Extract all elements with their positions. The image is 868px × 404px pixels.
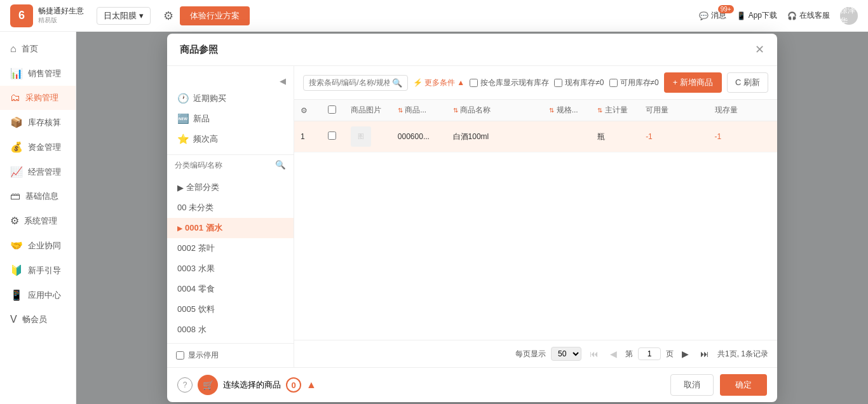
store-selector[interactable]: 日太阳膜 ▾ <box>97 7 151 25</box>
modal-title: 商品参照 <box>180 44 218 56</box>
left-panel: ◀ 🕐 近期购买 🆕 新品 ⭐ <box>167 66 294 367</box>
collapse-cart-button[interactable]: ▲ <box>306 379 316 391</box>
sidebar-item-system[interactable]: ⚙ 系统管理 <box>0 208 76 233</box>
table-container: ⚙ 商品图片 ⇅ 商品... <box>294 100 777 340</box>
cancel-button[interactable]: 取消 <box>670 374 714 396</box>
modal-footer: ? 🛒 连续选择的商品 0 ▲ 取消 确定 <box>167 367 777 402</box>
per-page-label: 每页显示 <box>515 349 546 360</box>
cell-index: 1 <box>294 121 322 152</box>
confirm-button[interactable]: 确定 <box>720 374 767 396</box>
sidebar-item-sales[interactable]: 📊 销售管理 <box>0 61 76 86</box>
new-icon: 🆕 <box>177 113 189 125</box>
chevron-up-icon: ▲ <box>457 78 465 87</box>
next-page-button[interactable]: ▶ <box>679 347 692 360</box>
first-page-button[interactable]: ⏮ <box>587 347 602 360</box>
try-industry-button[interactable]: 体验行业方案 <box>180 6 250 25</box>
cat-item-uncategorized[interactable]: 00 未分类 <box>167 198 294 218</box>
per-page-select[interactable]: 50 <box>551 347 581 361</box>
checkbox-show-by-warehouse[interactable]: 按仓库显示现有库存 <box>470 77 549 88</box>
page-number-input[interactable] <box>638 347 661 360</box>
col-spec[interactable]: ⇅ 规格... <box>543 100 591 121</box>
enterprise-icon: 🤝 <box>10 239 23 252</box>
checkbox-available-stock-ne0[interactable]: 可用库存≠0 <box>609 77 659 88</box>
filter-more-button[interactable]: ⚡ 更多条件 ▲ <box>413 77 465 88</box>
user-avatar[interactable]: 徐泽华 <box>840 7 858 25</box>
cart-icon: 🛒 <box>198 375 218 395</box>
refresh-button[interactable]: C 刷新 <box>727 72 768 93</box>
info-icon: 🗃 <box>10 191 20 202</box>
sidebar-item-home[interactable]: ⌂ 首页 <box>0 37 76 61</box>
col-name[interactable]: ⇅ 商品名称 <box>447 100 543 121</box>
chevron-down-icon: ▾ <box>139 11 144 20</box>
app-download-button[interactable]: 📱 App下载 <box>736 10 777 21</box>
system-icon: ⚙ <box>10 215 19 227</box>
product-table: ⚙ 商品图片 ⇅ 商品... <box>294 100 777 152</box>
sidebar-item-purchase[interactable]: 🗂 采购管理 <box>0 86 76 110</box>
cat-item-water[interactable]: 0008 水 <box>167 320 294 340</box>
page-label: 第 <box>625 349 633 360</box>
current-stock-checkbox[interactable] <box>554 79 562 87</box>
prev-page-button[interactable]: ◀ <box>607 347 620 360</box>
available-stock-checkbox[interactable] <box>609 79 618 87</box>
cat-item-fruit[interactable]: 0003 水果 <box>167 259 294 279</box>
modal-header: 商品参照 ✕ <box>167 34 777 66</box>
cat-item-snacks[interactable]: 0004 零食 <box>167 279 294 299</box>
sidebar-item-inventory[interactable]: 📦 库存核算 <box>0 110 76 135</box>
modal-body: ◀ 🕐 近期购买 🆕 新品 ⭐ <box>167 66 777 367</box>
col-unit[interactable]: ⇅ 主计量 <box>591 100 639 121</box>
pagination: 每页显示 50 ⏮ ◀ 第 页 ▶ ⏭ 共1页, 1条记录 <box>294 340 777 367</box>
message-icon: 💬 <box>699 11 709 20</box>
last-page-button[interactable]: ⏭ <box>697 347 712 360</box>
cell-unit: 瓶 <box>591 121 639 152</box>
cat-item-liquor[interactable]: ▶ 0001 酒水 <box>167 218 294 238</box>
filter-icon: ⚡ <box>413 78 423 87</box>
quick-access: ◀ 🕐 近期购买 🆕 新品 ⭐ <box>167 66 294 155</box>
product-reference-modal: 商品参照 ✕ ◀ 🕐 近期购买 <box>167 34 777 402</box>
sidebar-item-basic-info[interactable]: 🗃 基础信息 <box>0 184 76 208</box>
quick-new-product[interactable]: 🆕 新品 <box>167 109 294 129</box>
col-code[interactable]: ⇅ 商品... <box>391 100 447 121</box>
messages-button[interactable]: 💬 消息 99+ <box>699 10 726 21</box>
cell-spec <box>543 121 591 152</box>
home-icon: ⌂ <box>10 43 17 55</box>
online-service-button[interactable]: 🎧 在线客服 <box>787 10 830 21</box>
sidebar-item-finance[interactable]: 💰 资金管理 <box>0 135 76 159</box>
show-disabled-checkbox[interactable] <box>176 351 184 360</box>
cell-check <box>322 121 344 152</box>
sidebar-item-operations[interactable]: 📈 经营管理 <box>0 159 76 184</box>
right-panel: 🔍 ⚡ 更多条件 ▲ 按仓库显示现有库存 <box>294 66 777 367</box>
cat-item-all[interactable]: ▶ 全部分类 <box>167 177 294 198</box>
sidebar-item-guide[interactable]: 🔰 新手引导 <box>0 258 76 283</box>
modal-close-button[interactable]: ✕ <box>755 43 764 57</box>
product-search-input[interactable] <box>309 78 390 87</box>
settings-button[interactable]: ⚙ <box>157 4 180 27</box>
add-product-button[interactable]: + 新增商品 <box>664 72 722 93</box>
row-checkbox[interactable] <box>328 131 336 140</box>
col-checkbox <box>322 100 344 121</box>
purchase-icon: 🗂 <box>10 92 20 104</box>
search-box: 🔍 <box>303 75 408 91</box>
show-by-warehouse-checkbox[interactable] <box>470 79 478 87</box>
table-row[interactable]: 1 图 000600... 白酒100ml 瓶 <box>294 121 777 152</box>
quick-high-frequency[interactable]: ⭐ 频次高 <box>167 129 294 149</box>
toolbar: 🔍 ⚡ 更多条件 ▲ 按仓库显示现有库存 <box>294 66 777 100</box>
category-search: 🔍 <box>167 155 294 175</box>
sidebar-item-enterprise[interactable]: 🤝 企业协同 <box>0 233 76 258</box>
category-search-input[interactable] <box>175 161 273 170</box>
sidebar-item-app-center[interactable]: 📱 应用中心 <box>0 283 76 307</box>
cat-item-tea[interactable]: 0002 茶叶 <box>167 238 294 259</box>
logo-text: 畅捷通好生意 <box>38 6 84 17</box>
quick-recent-purchase[interactable]: 🕐 近期购买 <box>167 88 294 109</box>
sort-icon-unit: ⇅ <box>597 107 602 114</box>
cell-code: 000600... <box>391 121 447 152</box>
help-icon[interactable]: ? <box>177 377 193 393</box>
category-search-button[interactable]: 🔍 <box>275 160 286 170</box>
collapse-left-panel-button[interactable]: ◀ <box>277 74 288 88</box>
table-header-row: ⚙ 商品图片 ⇅ 商品... <box>294 100 777 121</box>
search-icon: 🔍 <box>392 78 402 88</box>
checkbox-current-stock-ne0[interactable]: 现有库存≠0 <box>554 77 604 88</box>
cat-item-drinks[interactable]: 0005 饮料 <box>167 299 294 320</box>
col-stock: 现存量 <box>709 100 777 121</box>
sidebar-item-membership[interactable]: V 畅会员 <box>0 307 76 332</box>
select-all-checkbox[interactable] <box>328 105 336 114</box>
